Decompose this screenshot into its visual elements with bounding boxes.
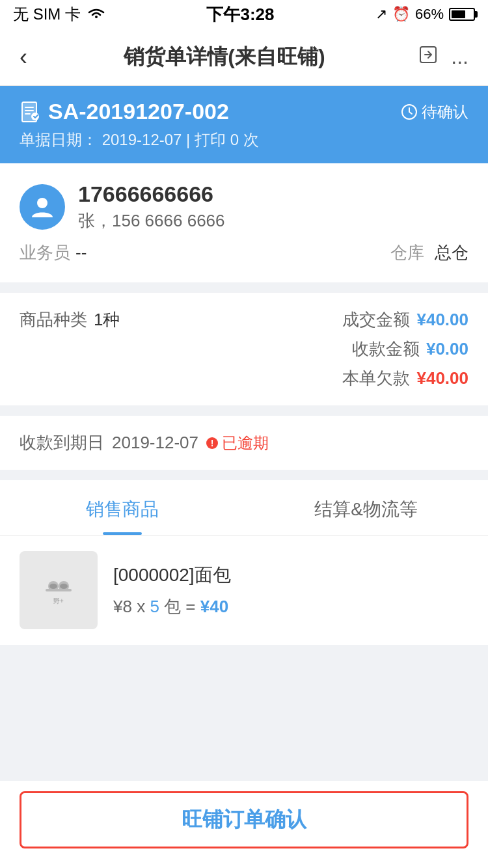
- battery-icon: [449, 8, 475, 21]
- battery-text: 66%: [415, 6, 444, 23]
- owed-label: 本单欠款: [342, 367, 410, 390]
- product-info: [0000002]面包 ¥8 x 5 包 = ¥40: [113, 563, 468, 618]
- product-total: ¥40: [200, 597, 228, 616]
- meta-row: 业务员 -- 仓库 总仓: [20, 241, 468, 264]
- customer-phone: 17666666666: [78, 182, 225, 207]
- overdue-text: 已逾期: [222, 433, 269, 454]
- type-value: 1种: [94, 308, 120, 331]
- qty: 5: [150, 597, 159, 616]
- svg-point-8: [60, 584, 68, 589]
- svg-text:野+: 野+: [53, 597, 64, 604]
- unit-price: ¥8: [113, 597, 132, 616]
- status-time: 下午3:28: [206, 3, 274, 26]
- sales-label: 业务员: [20, 241, 70, 264]
- status-left: 无 SIM 卡: [13, 4, 105, 25]
- amount-label: 成交金额: [342, 308, 410, 331]
- overdue-icon: !: [206, 437, 218, 449]
- unit: 包: [164, 597, 181, 616]
- avatar: [20, 184, 65, 230]
- sales-value: --: [75, 243, 87, 263]
- customer-card: 17666666666 张，156 6666 6666 业务员 -- 仓库 总仓: [0, 163, 488, 282]
- order-id-text: SA-20191207-002: [48, 99, 229, 124]
- bottom-button-wrap: 旺铺订单确认: [0, 781, 488, 868]
- due-date: 2019-12-07: [112, 433, 198, 453]
- nav-actions: ...: [390, 45, 468, 70]
- tab-settlement[interactable]: 结算&物流等: [244, 480, 488, 535]
- svg-rect-9: [46, 589, 72, 591]
- more-icon[interactable]: ...: [451, 45, 468, 69]
- carrier-text: 无 SIM 卡: [13, 4, 81, 25]
- overdue-badge: ! 已逾期: [206, 433, 269, 454]
- summary-card: 商品种类 1种 成交金额 ¥40.00 收款金额 ¥0.00 本单欠款 ¥40.…: [0, 293, 488, 405]
- due-date-card: 收款到期日 2019-12-07 ! 已逾期: [0, 416, 488, 470]
- bottom-spacer: [0, 647, 488, 726]
- status-right: ↗ ⏰ 66%: [375, 6, 475, 23]
- customer-name: 张，156 6666 6666: [78, 210, 225, 232]
- order-status: 待确认: [401, 102, 468, 122]
- product-thumbnail: 野+: [20, 551, 98, 629]
- warehouse-value: 总仓: [435, 241, 468, 264]
- page-title: 销货单详情(来自旺铺): [59, 43, 390, 72]
- amount-value: ¥40.00: [416, 310, 468, 330]
- tabs-bar: 销售商品 结算&物流等: [0, 480, 488, 536]
- back-button[interactable]: ‹: [20, 44, 59, 71]
- location-icon: ↗: [375, 6, 387, 23]
- status-text: 待确认: [422, 102, 468, 122]
- warehouse-label: 仓库: [390, 241, 424, 264]
- clock-icon: [401, 103, 418, 120]
- order-date-line: 单据日期： 2019-12-07 | 打印 0 次: [20, 129, 259, 150]
- receipt-value: ¥0.00: [426, 339, 468, 359]
- product-name: [0000002]面包: [113, 563, 468, 588]
- svg-point-4: [37, 198, 47, 208]
- nav-bar: ‹ 销货单详情(来自旺铺) ...: [0, 29, 488, 86]
- owed-value: ¥40.00: [416, 368, 468, 388]
- person-icon: [29, 194, 55, 220]
- order-id-row: SA-20191207-002: [20, 99, 259, 124]
- receipt-label: 收款金额: [352, 338, 420, 360]
- share-icon[interactable]: [418, 45, 438, 70]
- svg-point-7: [49, 584, 57, 589]
- order-header-banner: SA-20191207-002 单据日期： 2019-12-07 | 打印 0 …: [0, 86, 488, 163]
- due-label: 收款到期日: [20, 431, 104, 454]
- alarm-icon: ⏰: [392, 6, 410, 23]
- tab-sales-products[interactable]: 销售商品: [0, 480, 244, 535]
- product-card: 野+ [0000002]面包 ¥8 x 5 包 = ¥40: [0, 536, 488, 645]
- svg-rect-2: [31, 113, 39, 120]
- product-price-row: ¥8 x 5 包 = ¥40: [113, 595, 468, 618]
- order-icon: [20, 101, 42, 123]
- status-bar: 无 SIM 卡 下午3:28 ↗ ⏰ 66%: [0, 0, 488, 29]
- confirm-button[interactable]: 旺铺订单确认: [20, 791, 468, 848]
- type-label: 商品种类: [20, 308, 87, 331]
- wifi-icon: [87, 8, 105, 21]
